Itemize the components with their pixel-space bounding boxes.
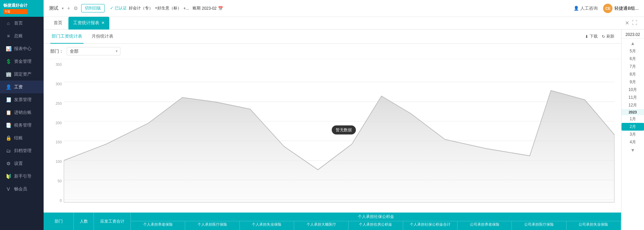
user-name: 轻捷通B组... [614, 5, 639, 11]
sub-tab-monthly[interactable]: 月份统计表 [90, 30, 115, 44]
sidebar-item-purchase[interactable]: 📋 进销台账 [0, 106, 44, 119]
avatar: CE [603, 4, 612, 13]
ledger-icon: ≡ [5, 33, 11, 39]
fund-icon: 💲 [5, 59, 11, 64]
settings-button[interactable]: ⚙ [73, 5, 78, 11]
date-month-9[interactable]: 9月 [622, 78, 644, 86]
sidebar-item-close[interactable]: 🔒 结账 [0, 132, 44, 144]
sidebar-item-label: 总账 [14, 33, 23, 39]
switch-version-button[interactable]: 切到旧版 [81, 4, 105, 12]
sidebar-item-settings[interactable]: ⚙ 设置 [0, 157, 44, 170]
sidebar-item-label: 结账 [14, 135, 23, 141]
date-year-2023: 2023 [622, 109, 644, 115]
tab-home[interactable]: 首页 [49, 17, 67, 30]
sidebar-item-archive[interactable]: 🗂 归档管理 [0, 144, 44, 157]
date-month-8[interactable]: 8月 [622, 71, 644, 78]
date-nav-down[interactable]: ▼ [622, 146, 644, 154]
table-header: 部门 人数 应发工资合计 个人承担社保公积金 个人承担养老保险 [44, 213, 621, 230]
th-personal-housing: 个人承担住房公积金 [348, 221, 403, 230]
date-month-5[interactable]: 5月 [622, 47, 644, 55]
filter-bar: 部门： 全部 研发部 销售部 财务部 行政部 [44, 44, 621, 59]
th-personal-pension: 个人承担养老保险 [131, 221, 185, 230]
y-label-50: 50 [58, 179, 62, 183]
header-tags: ✓ 已认证 好会计（专） +好生意（标） +... [110, 5, 189, 11]
sidebar-item-member[interactable]: V 畅会员 [0, 183, 44, 195]
y-axis: 350 300 250 200 150 100 50 0 [50, 62, 64, 202]
sidebar-item-label: 税务管理 [14, 122, 32, 128]
sidebar-item-label: 畅会员 [14, 186, 27, 192]
tab-salary-report-label: 工资统计报表 [73, 20, 99, 26]
refresh-icon: ↻ [602, 34, 605, 39]
th-dept: 部门 [44, 213, 74, 230]
sidebar-item-tax[interactable]: 📑 税务管理 [0, 119, 44, 132]
support-button[interactable]: 👤 人工咨询 [574, 5, 598, 11]
invoice-icon: 🧾 [5, 97, 11, 102]
period-label: 账期 [193, 5, 201, 11]
sidebar-item-asset[interactable]: 🏢 固定资产 [0, 68, 44, 81]
calendar-icon[interactable]: 📅 [218, 6, 223, 11]
sidebar-item-guide[interactable]: 🔰 新手引导 [0, 170, 44, 183]
th-company-medical: 公司承担医疗保险 [512, 221, 566, 230]
sub-actions: ⬇ 下载 ↻ 刷新 [585, 34, 614, 39]
certified-tag: ✓ 已认证 [110, 5, 126, 11]
sidebar-item-salary[interactable]: 👤 工资 [0, 81, 44, 93]
project-dropdown-icon[interactable]: ▾ [62, 6, 64, 11]
support-label: 人工咨询 [580, 5, 598, 11]
th-personal-total: 个人承担社保公积金合计 [403, 221, 458, 230]
app-edition: 专版 [3, 9, 28, 14]
date-month-10[interactable]: 10月 [622, 86, 644, 94]
dept-select[interactable]: 全部 研发部 销售部 财务部 行政部 [67, 47, 120, 55]
sidebar-item-fund[interactable]: 💲 资金管理 [0, 55, 44, 68]
th-salary: 应发工资合计 [94, 213, 131, 230]
sidebar-item-home[interactable]: ⌂ 首页 [0, 17, 44, 30]
archive-icon: 🗂 [5, 148, 11, 153]
close-panel-icon[interactable]: ✕ [625, 20, 629, 26]
add-project-button[interactable]: + [67, 5, 70, 11]
tab-salary-report[interactable]: 工资统计报表 ✕ [68, 17, 109, 30]
download-icon: ⬇ [585, 34, 588, 39]
th-headcount: 人数 [74, 213, 94, 230]
date-2023-month-4[interactable]: 4月 [622, 138, 644, 146]
date-2023-month-2[interactable]: 2月 [622, 123, 644, 131]
sidebar-item-label: 进销台账 [14, 109, 32, 116]
period-value: 2023-02 [202, 6, 217, 11]
project-name: 测试 [49, 5, 58, 11]
user-area[interactable]: CE 轻捷通B组... [603, 4, 639, 13]
y-label-150: 150 [56, 140, 62, 144]
sub-tab-dept[interactable]: 部门工资统计表 [50, 30, 84, 44]
sidebar-item-label: 工资 [14, 84, 23, 90]
sidebar-item-label: 发票管理 [14, 97, 32, 103]
sidebar-item-label: 新手引导 [14, 173, 32, 179]
expand-icon[interactable]: ⛶ [632, 20, 637, 26]
dept-filter-wrap: 全部 研发部 销售部 财务部 行政部 [67, 47, 120, 55]
sidebar-item-invoice[interactable]: 🧾 发票管理 [0, 93, 44, 106]
sidebar-item-report[interactable]: 📊 报表中心 [0, 42, 44, 55]
date-month-7[interactable]: 7月 [622, 63, 644, 71]
refresh-button[interactable]: ↻ 刷新 [602, 34, 614, 39]
header-right: 👤 人工咨询 CE 轻捷通B组... [574, 4, 639, 13]
app-logo: 畅捷通好会计 专版 [0, 0, 44, 17]
date-2023-month-3[interactable]: 3月 [622, 131, 644, 138]
tab-bar-actions: ✕ ⛶ [111, 20, 639, 26]
date-month-12[interactable]: 12月 [622, 101, 644, 109]
sidebar-item-ledger[interactable]: ≡ 总账 [0, 30, 44, 42]
refresh-label: 刷新 [606, 34, 614, 39]
sidebar-item-label: 固定资产 [14, 71, 32, 77]
date-2023-month-1[interactable]: 1月 [622, 115, 644, 123]
account-period: 账期 2023-02 📅 [193, 5, 223, 11]
sub-tabs: 部门工资统计表 月份统计表 [50, 30, 115, 44]
content-area: 部门工资统计表 月份统计表 ⬇ 下载 ↻ 刷新 [44, 30, 644, 230]
app-name: 畅捷通好会计 [3, 3, 28, 8]
y-label-100: 100 [56, 159, 62, 164]
tab-home-label: 首页 [54, 20, 62, 26]
date-month-11[interactable]: 11月 [622, 94, 644, 101]
sub-tab-dept-label: 部门工资统计表 [52, 33, 82, 39]
chart-container: 350 300 250 200 150 100 50 0 暂无数据 [44, 59, 621, 213]
tab-close-icon[interactable]: ✕ [101, 20, 105, 25]
date-month-6[interactable]: 6月 [622, 55, 644, 63]
close-account-icon: 🔒 [5, 135, 11, 141]
download-button[interactable]: ⬇ 下载 [585, 34, 598, 39]
y-label-250: 250 [56, 101, 62, 105]
date-nav-up[interactable]: ▲ [622, 39, 644, 47]
tag3: +... [183, 6, 189, 11]
